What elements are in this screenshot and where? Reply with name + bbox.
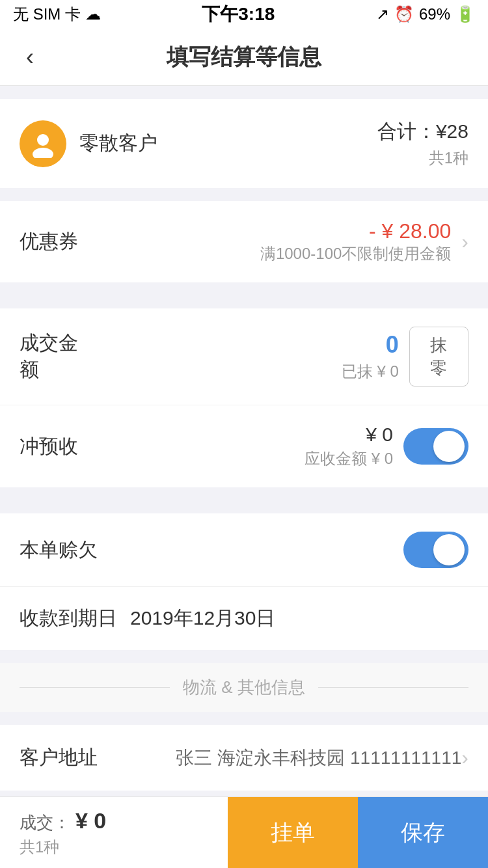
- advance-toggle[interactable]: [403, 428, 468, 465]
- address-value: 张三 海淀永丰科技园 11111111111: [117, 746, 461, 770]
- avatar: [20, 120, 66, 167]
- advance-toggle-slider: [403, 428, 468, 465]
- transaction-section: 成交金额 已抹 ¥ 0 抹零 冲预收 ¥ 0 应收金额 ¥ 0: [0, 308, 488, 487]
- battery-text: 69%: [419, 5, 450, 23]
- address-section: 客户地址 张三 海淀永丰科技园 11111111111 ›: [0, 725, 488, 791]
- coupon-value-block: - ¥ 28.00 满1000-100不限制使用金额: [260, 219, 451, 264]
- advance-row: 冲预收 ¥ 0 应收金额 ¥ 0: [0, 405, 488, 487]
- svg-point-0: [37, 134, 49, 146]
- nav-bar: ‹ 填写结算等信息: [0, 29, 488, 86]
- advance-right: ¥ 0 应收金额 ¥ 0: [305, 424, 468, 469]
- address-chevron-icon: ›: [461, 746, 468, 770]
- customer-total: 合计：¥28: [377, 118, 468, 145]
- coupon-chevron-icon: ›: [461, 230, 468, 254]
- coupon-section: 优惠券 - ¥ 28.00 满1000-100不限制使用金额 ›: [0, 201, 488, 282]
- due-date-value: 2019年12月30日: [130, 605, 275, 632]
- divider-2: [0, 487, 488, 500]
- coupon-value: - ¥ 28.00: [260, 219, 451, 243]
- svg-point-1: [33, 148, 53, 158]
- location-icon: ↗: [376, 5, 389, 23]
- battery-icon: 🔋: [455, 5, 475, 23]
- logistics-header: 物流 & 其他信息: [0, 663, 488, 712]
- already-rounded: 已抹 ¥ 0: [96, 361, 399, 382]
- address-row[interactable]: 客户地址 张三 海淀永丰科技园 11111111111 ›: [0, 725, 488, 791]
- customer-card: 零散客户 合计：¥28 共1种: [0, 99, 488, 188]
- bottom-deal-label: 成交：: [20, 811, 70, 834]
- bottom-info: 成交： ¥ 0 共1种: [0, 808, 228, 858]
- status-right: ↗ ⏰ 69% 🔋: [376, 5, 475, 23]
- bottom-amount: ¥ 0: [75, 808, 106, 834]
- due-date-row: 收款到期日 2019年12月30日: [0, 586, 488, 650]
- page-title: 填写结算等信息: [167, 42, 321, 72]
- back-button[interactable]: ‹: [20, 37, 40, 77]
- transaction-value-block: 已抹 ¥ 0: [96, 331, 399, 382]
- transaction-label: 成交金额: [20, 330, 96, 383]
- status-left: 无 SIM 卡 ☁: [13, 4, 101, 25]
- status-bar: 无 SIM 卡 ☁ 下午3:18 ↗ ⏰ 69% 🔋: [0, 0, 488, 29]
- logistics-title: 物流 & 其他信息: [170, 676, 318, 699]
- customer-name: 零散客户: [79, 130, 157, 157]
- customer-count: 共1种: [377, 148, 468, 169]
- due-date-label: 收款到期日: [20, 605, 117, 632]
- advance-label: 冲预收: [20, 433, 78, 460]
- hang-order-button[interactable]: 挂单: [228, 797, 358, 869]
- debt-toggle[interactable]: [403, 532, 468, 568]
- round-zero-button[interactable]: 抹零: [409, 327, 468, 387]
- divider-1: [0, 282, 488, 295]
- address-label: 客户地址: [20, 744, 98, 771]
- customer-info-left: 零散客户: [20, 120, 157, 167]
- customer-summary: 合计：¥28 共1种: [377, 118, 468, 169]
- debt-section: 本单赊欠 收款到期日 2019年12月30日: [0, 513, 488, 650]
- alarm-icon: ⏰: [394, 5, 414, 23]
- advance-sub: 应收金额 ¥ 0: [305, 448, 393, 469]
- bottom-bar: 成交： ¥ 0 共1种 挂单 保存: [0, 796, 488, 868]
- transaction-right: 已抹 ¥ 0 抹零: [96, 327, 468, 387]
- divider-3: [0, 650, 488, 663]
- bottom-count: 共1种: [20, 837, 208, 858]
- advance-value-block: ¥ 0 应收金额 ¥ 0: [305, 424, 393, 469]
- debt-toggle-slider: [403, 532, 468, 568]
- coupon-label: 优惠券: [20, 228, 78, 255]
- transaction-row: 成交金额 已抹 ¥ 0 抹零: [0, 308, 488, 405]
- signal-text: 无 SIM 卡 ☁: [13, 4, 101, 25]
- status-time: 下午3:18: [202, 2, 275, 27]
- advance-value: ¥ 0: [305, 424, 393, 446]
- debt-row: 本单赊欠: [0, 513, 488, 586]
- coupon-row[interactable]: 优惠券 - ¥ 28.00 满1000-100不限制使用金额 ›: [0, 201, 488, 282]
- save-button[interactable]: 保存: [358, 797, 488, 869]
- coupon-right: - ¥ 28.00 满1000-100不限制使用金额 ›: [260, 219, 468, 264]
- main-content: 零散客户 合计：¥28 共1种 优惠券 - ¥ 28.00 满1000-100不…: [0, 99, 488, 868]
- coupon-sub: 满1000-100不限制使用金额: [260, 243, 451, 264]
- debt-label: 本单赊欠: [20, 537, 98, 563]
- transaction-amount-input[interactable]: [96, 331, 399, 359]
